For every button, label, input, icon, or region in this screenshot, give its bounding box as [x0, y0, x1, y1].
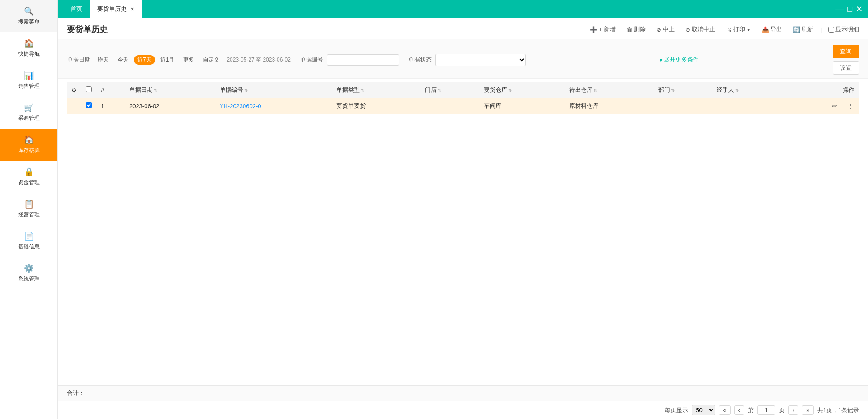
th-checkbox [81, 82, 96, 98]
status-filter-group: 单据状态 [408, 54, 526, 66]
th-date: 单据日期 ⇅ [125, 82, 215, 98]
sidebar-item-quick-nav[interactable]: 🏠 快捷导航 [0, 32, 57, 64]
main-area: 首页 要货单历史 ✕ — □ ✕ 要货单历史 ➕ + 新增 🗑 删除 [58, 0, 868, 419]
td-order-type: 要货单要货 [332, 98, 420, 114]
th-order-type: 单据类型 ⇅ [332, 82, 420, 98]
sort-icon: ⇅ [154, 88, 157, 93]
tab-close-icon[interactable]: ✕ [130, 6, 134, 12]
prev-page-btn[interactable]: ‹ [734, 405, 744, 415]
date-btn-custom[interactable]: 自定义 [199, 55, 223, 65]
sidebar-item-finance-mgmt[interactable]: 🔒 资金管理 [0, 161, 57, 193]
date-btn-yesterday[interactable]: 昨天 [94, 55, 112, 65]
sort-icon: ⇅ [508, 88, 512, 93]
cart-icon: 🛒 [24, 103, 34, 113]
chevron-down-icon: ▾ [660, 57, 663, 63]
td-operation: ✏ ⋮⋮ [784, 98, 859, 114]
date-range-display: 2023-05-27 至 2023-06-02 [226, 56, 290, 64]
page-unit: 页 [779, 406, 785, 414]
page-label: 第 [748, 406, 754, 414]
sort-icon: ⇅ [244, 88, 248, 93]
expand-more-btn[interactable]: ▾ 展开更多条件 [660, 56, 699, 64]
th-pending-warehouse: 待出仓库 ⇅ [565, 82, 653, 98]
chart-icon: 📊 [24, 71, 34, 81]
th-handler: 经手人 ⇅ [712, 82, 784, 98]
sidebar-item-purchase-mgmt[interactable]: 🛒 采购管理 [0, 96, 57, 129]
display-detail-checkbox[interactable] [828, 27, 834, 33]
table-header: ⚙ # 单据日期 ⇅ [67, 82, 859, 98]
page-number-input[interactable] [757, 405, 775, 415]
page-size-select[interactable]: 50 100 [692, 405, 715, 415]
td-req-warehouse: 车间库 [479, 98, 565, 114]
date-quick-buttons: 昨天 今天 近7天 近1月 更多 自定义 [94, 55, 223, 65]
tab-home[interactable]: 首页 [63, 0, 90, 18]
edit-icon[interactable]: ✏ [831, 101, 838, 110]
td-store [420, 98, 479, 114]
date-btn-1month[interactable]: 近1月 [157, 55, 178, 65]
filter-bar: 单据日期 昨天 今天 近7天 近1月 更多 自定义 2023-05-27 至 2… [58, 39, 868, 79]
home-icon: 🏠 [24, 38, 34, 48]
settings-button[interactable]: 设置 [833, 61, 859, 75]
date-btn-more[interactable]: 更多 [179, 55, 198, 65]
date-btn-7days[interactable]: 近7天 [134, 55, 155, 65]
chevron-down-icon: ▼ [746, 27, 751, 32]
sidebar-item-ops-mgmt[interactable]: 📋 经营管理 [0, 193, 57, 225]
td-department [654, 98, 712, 114]
th-operation: 操作 [784, 82, 859, 98]
order-no-link[interactable]: YH-20230602-0 [220, 103, 261, 110]
cancel-stop-button[interactable]: ⊙ 取消中止 [683, 24, 718, 35]
row-checkbox[interactable] [86, 102, 92, 108]
query-button[interactable]: 查询 [833, 45, 859, 58]
toolbar-divider: | [821, 26, 823, 33]
export-button[interactable]: 📤 导出 [759, 24, 785, 35]
order-no-label: 单据编号 [300, 56, 323, 64]
export-icon: 📤 [762, 26, 769, 33]
sidebar-item-inventory[interactable]: 🏠 库存核算 [0, 129, 57, 161]
sort-icon: ⇅ [361, 88, 364, 93]
th-store: 门店 ⇅ [420, 82, 479, 98]
print-button[interactable]: 🖨 打印 ▼ [723, 24, 754, 35]
minimize-icon[interactable]: — [835, 5, 844, 14]
sidebar-item-sales-mgmt[interactable]: 📊 销售管理 [0, 64, 57, 96]
stop-icon: ⊘ [656, 26, 661, 33]
inventory-icon: 🏠 [24, 135, 34, 145]
th-department: 部门 ⇅ [654, 82, 712, 98]
more-icon[interactable]: ⋮⋮ [840, 101, 854, 110]
page-title: 要货单历史 [67, 24, 587, 35]
last-page-btn[interactable]: » [802, 405, 813, 415]
search-icon: 🔍 [24, 6, 34, 16]
status-select[interactable] [435, 54, 526, 66]
date-filter-label: 单据日期 [67, 56, 90, 64]
date-btn-today[interactable]: 今天 [114, 55, 132, 65]
content-area: 要货单历史 ➕ + 新增 🗑 删除 ⊘ 中止 ⊙ 取消中止 [58, 18, 868, 419]
tab-requisition-history[interactable]: 要货单历史 ✕ [90, 0, 142, 18]
toolbar: ➕ + 新增 🗑 删除 ⊘ 中止 ⊙ 取消中止 🖨 打印 [587, 24, 859, 35]
refresh-icon: 🔄 [793, 26, 800, 33]
sort-icon: ⇅ [594, 88, 597, 93]
add-button[interactable]: ➕ + 新增 [587, 24, 618, 35]
filter-row: 单据日期 昨天 今天 近7天 近1月 更多 自定义 2023-05-27 至 2… [67, 45, 859, 75]
stop-button[interactable]: ⊘ 中止 [654, 24, 677, 35]
display-detail-button[interactable]: 显示明细 [828, 25, 859, 33]
topbar: 首页 要货单历史 ✕ — □ ✕ [58, 0, 868, 18]
maximize-icon[interactable]: □ [847, 5, 852, 14]
table-row: 1 2023-06-02 YH-20230602-0 要货单要货 车间库 原材料… [67, 98, 859, 114]
page-size-label: 每页显示 [665, 406, 688, 414]
sort-icon: ⇅ [671, 88, 675, 93]
sidebar-item-label: 搜索菜单 [18, 18, 40, 26]
delete-icon: 🗑 [627, 26, 632, 33]
add-icon: ➕ [590, 26, 597, 33]
sidebar-item-basic-info[interactable]: 📄 基础信息 [0, 225, 57, 257]
sidebar-item-system-mgmt[interactable]: ⚙️ 系统管理 [0, 257, 57, 289]
td-handler [712, 98, 784, 114]
next-page-btn[interactable]: › [788, 405, 798, 415]
th-num: # [96, 82, 125, 98]
select-all-checkbox[interactable] [86, 86, 92, 92]
order-no-input[interactable] [327, 54, 399, 66]
refresh-button[interactable]: 🔄 刷新 [790, 24, 816, 35]
close-window-icon[interactable]: ✕ [856, 4, 863, 14]
filter-actions: 查询 设置 [833, 45, 859, 75]
delete-button[interactable]: 🗑 删除 [624, 24, 648, 35]
settings-icon[interactable]: ⚙ [71, 87, 77, 94]
first-page-btn[interactable]: « [719, 405, 730, 415]
sidebar-item-search-menu[interactable]: 🔍 搜索菜单 [0, 0, 57, 32]
